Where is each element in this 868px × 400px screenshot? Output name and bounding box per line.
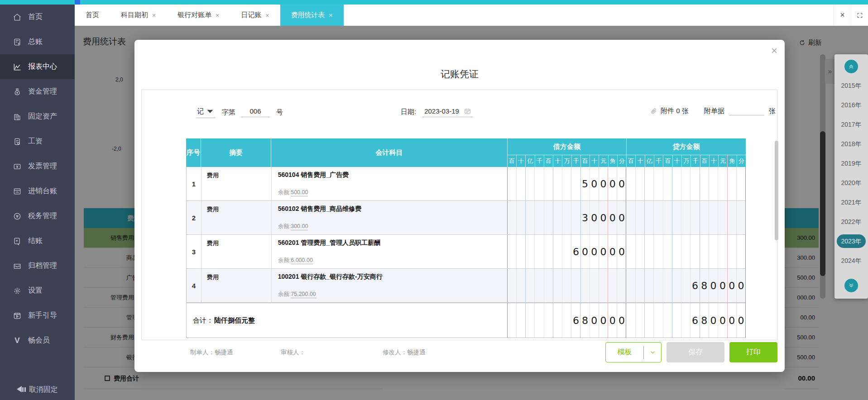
- tab-close-icon[interactable]: ×: [329, 12, 333, 19]
- year-item-2018[interactable]: 2018年: [834, 137, 868, 151]
- sidebar-item-salary[interactable]: 工资: [0, 129, 75, 154]
- year-item-2020[interactable]: 2020年: [834, 176, 868, 190]
- sidebar-item-member[interactable]: V 畅会员: [0, 328, 75, 353]
- digit-cell: [525, 167, 534, 200]
- col-header-credit: 贷方金额 百十亿千百十万千百十元角分: [627, 138, 746, 167]
- tab-bank-statement[interactable]: 银行对账单×: [167, 5, 230, 26]
- sidebar-item-home[interactable]: 首页: [0, 5, 75, 29]
- digit-cell: [700, 235, 709, 268]
- voucher-row-4[interactable]: 4 费用 100201 银行存款_银行存款-万安商行 余额:75,200.00 …: [187, 269, 745, 303]
- year-item-2017[interactable]: 2017年: [834, 118, 868, 131]
- sidebar-item-invoice[interactable]: 发票管理: [0, 154, 75, 179]
- sidebar-item-report-center[interactable]: 报表中心: [0, 54, 75, 79]
- row-credit-amount: 680000: [626, 269, 745, 302]
- unpin-sidebar-button[interactable]: 取消固定: [0, 385, 75, 395]
- year-item-2024[interactable]: 2024年: [834, 254, 868, 267]
- voucher-word-select[interactable]: 记: [196, 106, 216, 118]
- unpin-bar-icon: [22, 387, 24, 392]
- sidebar-item-general-ledger[interactable]: 总账: [0, 29, 75, 54]
- years-scroll-up-button[interactable]: [844, 60, 858, 73]
- tab-label: 费用统计表: [291, 11, 325, 19]
- date-label: 日期:: [401, 108, 416, 116]
- tab-close-icon[interactable]: ×: [265, 12, 269, 19]
- digit-cell: 千: [571, 155, 580, 167]
- template-button[interactable]: 模板: [605, 342, 662, 362]
- row-credit-amount: [626, 167, 745, 200]
- digit-cell: 百: [627, 155, 635, 167]
- year-item-2021[interactable]: 2021年: [834, 195, 868, 209]
- unpin-bar-icon: [24, 387, 26, 392]
- voucher-row-3[interactable]: 3 费用 560201 管理费用_管理人员职工薪酬 余额:6,000.00 60…: [187, 235, 745, 269]
- modal-footer: 制单人：畅捷通 审核人： 修改人：畅捷通 模板 保存 打印: [134, 342, 785, 367]
- sidebar-item-settings[interactable]: 设置: [0, 278, 75, 303]
- voucher-row-2[interactable]: 2 费用 560102 销售费用_商品维修费 余额:300.00 30000: [187, 201, 745, 235]
- tab-home[interactable]: 首页: [75, 5, 110, 26]
- year-item-2019[interactable]: 2019年: [834, 157, 868, 170]
- fudanju-input[interactable]: [729, 106, 764, 115]
- modal-close-button[interactable]: ×: [771, 45, 777, 56]
- sidebar-item-closing[interactable]: 结账: [0, 229, 75, 253]
- voucher-row-1[interactable]: 1 费用 560104 销售费用_广告费 余额:500.00 50000: [187, 167, 745, 201]
- row-summary: 费用: [201, 201, 272, 234]
- year-item-2016[interactable]: 2016年: [834, 98, 868, 112]
- digit-cell: 8: [700, 303, 709, 338]
- digit-cell: [508, 303, 516, 338]
- sidebar-item-archive[interactable]: 归档管理: [0, 253, 75, 278]
- years-scroll-down-button[interactable]: [844, 279, 858, 292]
- window-controls: ×: [834, 5, 868, 26]
- digit-cell: [653, 303, 662, 338]
- year-item-2015[interactable]: 2015年: [834, 79, 868, 92]
- print-button[interactable]: 打印: [729, 342, 777, 362]
- digit-cell: 0: [617, 201, 626, 234]
- tab-label: 科目期初: [121, 11, 148, 19]
- sidebar-item-label: 设置: [28, 286, 43, 295]
- attachment-button[interactable]: 附件 0 张: [650, 107, 689, 115]
- digit-cell: [544, 201, 553, 234]
- sidebar-item-fixed-assets[interactable]: 固定资产: [0, 104, 75, 129]
- sidebar: 首页 总账 报表中心 资金管理 固定资产 工资 发票管理 进销台账: [0, 5, 75, 400]
- fullscreen-button[interactable]: [851, 5, 868, 26]
- tab-journal[interactable]: 日记账×: [230, 5, 280, 26]
- balance-label: 余额:: [278, 189, 291, 195]
- row-summary: 费用: [201, 269, 272, 302]
- digit-cell: 十: [709, 155, 718, 167]
- voucher-number-input[interactable]: 006: [241, 107, 270, 117]
- digit-cell: [653, 269, 662, 302]
- row-summary: 费用: [201, 235, 272, 268]
- sidebar-item-guide[interactable]: 新手引导: [0, 303, 75, 328]
- digit-cell: [672, 269, 681, 302]
- sidebar-item-label: 总账: [28, 37, 43, 47]
- digit-cell: [534, 269, 543, 302]
- sidebar-item-funds[interactable]: 资金管理: [0, 79, 75, 104]
- digit-cell: 0: [599, 201, 608, 234]
- sidebar-item-label: 报表中心: [28, 62, 57, 71]
- home-icon: [13, 13, 22, 22]
- year-item-2023-active[interactable]: 2023年: [837, 234, 866, 248]
- template-button-label: 模板: [606, 348, 643, 357]
- debit-header-label: 借方金额: [508, 138, 626, 155]
- modal-buttons: 模板 保存 打印: [605, 342, 777, 362]
- close-window-button[interactable]: ×: [834, 5, 851, 26]
- digit-cell: 亿: [525, 155, 534, 167]
- save-button[interactable]: 保存: [667, 342, 724, 362]
- template-dropdown-button[interactable]: [644, 349, 661, 355]
- tab-expense-report[interactable]: 费用统计表×: [280, 5, 344, 26]
- tab-close-icon[interactable]: ×: [152, 12, 156, 19]
- year-item-2022[interactable]: 2022年: [834, 215, 868, 229]
- tab-subject-opening[interactable]: 科目期初×: [110, 5, 167, 26]
- report-icon: [13, 62, 22, 71]
- tab-close-icon[interactable]: ×: [216, 12, 219, 19]
- sidebar-item-tax[interactable]: 税务管理: [0, 204, 75, 229]
- digit-cell: 千: [691, 155, 700, 167]
- digit-cell: 0: [590, 167, 599, 200]
- digit-cell: [571, 201, 580, 234]
- digit-cell: [700, 167, 709, 200]
- sidebar-item-trade-ledger[interactable]: 进销台账: [0, 179, 75, 204]
- digit-cell: [653, 167, 662, 200]
- digit-cell: [672, 303, 681, 338]
- digit-cell: [553, 269, 562, 302]
- digit-cell: [516, 269, 525, 302]
- date-input[interactable]: 2023-03-19: [422, 106, 473, 117]
- voucher-table-scrollbar[interactable]: [775, 141, 778, 240]
- row-no: 2: [187, 201, 201, 234]
